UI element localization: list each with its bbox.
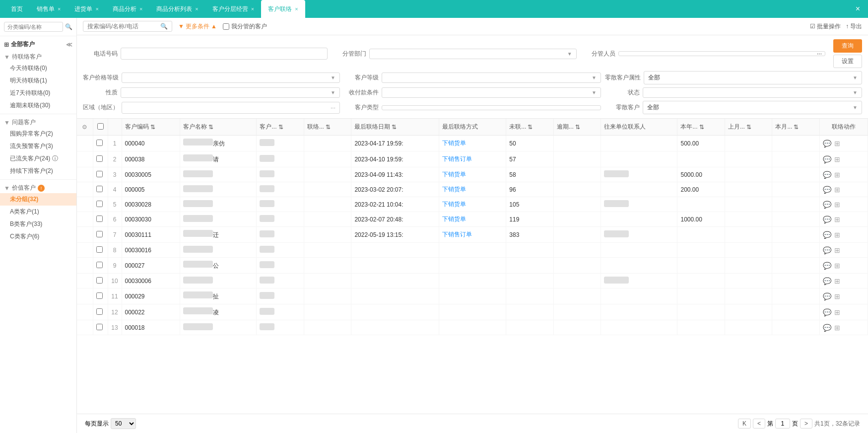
tab-home[interactable]: 首页 bbox=[4, 0, 30, 18]
col-settings[interactable]: ⚙ bbox=[77, 119, 93, 136]
col-overdue[interactable]: 逾期...⇅ bbox=[553, 119, 601, 136]
action-chat-icon[interactable]: 💬 bbox=[823, 308, 831, 316]
search-input[interactable] bbox=[87, 23, 160, 30]
action-grid-icon[interactable]: ⊞ bbox=[834, 246, 840, 254]
action-grid-icon[interactable]: ⊞ bbox=[834, 216, 840, 223]
action-chat-icon[interactable]: 💬 bbox=[823, 262, 831, 270]
action-grid-icon[interactable]: ⊞ bbox=[834, 171, 840, 179]
goods-analysis-list-tab-close[interactable]: × bbox=[195, 6, 198, 12]
row-checkbox[interactable] bbox=[96, 277, 103, 284]
sidebar-item-ungrouped[interactable]: 未分组(32) bbox=[0, 193, 76, 206]
batch-op-btn[interactable]: ☑ 批量操作 bbox=[810, 22, 841, 31]
row-checkbox[interactable] bbox=[96, 186, 103, 192]
col-last-contact-date[interactable]: 最后联络日期⇅ bbox=[351, 119, 439, 136]
tab-customer-contact[interactable]: 客户联络 × bbox=[261, 0, 305, 18]
contact-method-link[interactable]: 下销售订单 bbox=[442, 231, 472, 238]
sidebar-item-overdue[interactable]: 逾期未联络(30) bbox=[0, 99, 76, 112]
action-grid-icon[interactable]: ⊞ bbox=[834, 186, 840, 194]
field-price-tier-select[interactable]: ▼ bbox=[122, 72, 340, 83]
action-chat-icon[interactable]: 💬 bbox=[823, 246, 831, 254]
reset-button[interactable]: 设置 bbox=[833, 55, 862, 68]
field-region-select[interactable]: ··· bbox=[122, 102, 340, 114]
sidebar-item-tomorrow[interactable]: 明天待联络(1) bbox=[0, 74, 76, 87]
contact-method-link[interactable]: 下销货单 bbox=[442, 216, 466, 222]
more-conditions-btn[interactable]: ▼ 更多条件 ▲ bbox=[178, 22, 217, 31]
my-customers-checkbox[interactable] bbox=[223, 23, 229, 30]
col-this-year[interactable]: 本年...⇅ bbox=[677, 119, 725, 136]
action-grid-icon[interactable]: ⊞ bbox=[834, 262, 840, 270]
field-retail-attr-select[interactable]: 全部 ▼ bbox=[644, 71, 862, 84]
col-last-month[interactable]: 上月...⇅ bbox=[725, 119, 772, 136]
goods-analysis-tab-close[interactable]: × bbox=[139, 6, 142, 12]
search-button-icon[interactable]: 🔍 bbox=[160, 23, 168, 30]
group-value-customers[interactable]: ▼ 价值客户 ! bbox=[0, 182, 76, 193]
row-checkbox[interactable] bbox=[96, 201, 103, 207]
row-checkbox[interactable] bbox=[96, 262, 103, 268]
action-chat-icon[interactable]: 💬 bbox=[823, 231, 831, 239]
my-customers-checkbox-wrap[interactable]: 我分管的客户 bbox=[223, 22, 267, 31]
sidebar-item-loss-warning[interactable]: 流失预警客户(3) bbox=[0, 140, 76, 152]
action-chat-icon[interactable]: 💬 bbox=[823, 140, 831, 147]
row-checkbox[interactable] bbox=[96, 231, 103, 237]
row-checkbox[interactable] bbox=[96, 155, 103, 162]
col-no-contact[interactable]: 未联...⇅ bbox=[506, 119, 553, 136]
customer-contact-tab-close[interactable]: × bbox=[295, 6, 298, 12]
all-customers-title[interactable]: ⊞ 全部客户 ≪ bbox=[0, 36, 76, 51]
field-nature-select[interactable]: ▼ bbox=[121, 87, 340, 98]
field-payment-select[interactable]: ▼ bbox=[382, 87, 601, 98]
tab-goods-analysis-list[interactable]: 商品分析列表 × bbox=[149, 0, 205, 18]
export-btn[interactable]: ↑ 导出 bbox=[846, 22, 862, 31]
next-page-btn[interactable]: > bbox=[800, 419, 812, 429]
first-page-btn[interactable]: K bbox=[738, 419, 751, 429]
contact-method-link[interactable]: 下销货单 bbox=[442, 186, 466, 193]
row-checkbox[interactable] bbox=[96, 308, 103, 315]
row-checkbox[interactable] bbox=[96, 292, 103, 299]
tab-sales[interactable]: 销售单 × bbox=[30, 0, 67, 18]
row-checkbox[interactable] bbox=[96, 324, 103, 330]
sidebar-search-input[interactable] bbox=[4, 22, 63, 32]
row-checkbox[interactable] bbox=[96, 246, 103, 253]
sidebar-item-a-class[interactable]: A类客户(1) bbox=[0, 206, 76, 218]
row-checkbox[interactable] bbox=[96, 140, 103, 146]
group-problem-customers[interactable]: ▼ 问题客户 bbox=[0, 116, 76, 128]
col-contact[interactable]: 联络...⇅ bbox=[304, 119, 351, 136]
field-phone-input[interactable] bbox=[121, 48, 328, 60]
page-size-select[interactable]: 50 100 200 bbox=[111, 418, 136, 429]
action-grid-icon[interactable]: ⊞ bbox=[834, 140, 840, 147]
field-dept-select[interactable]: ▼ bbox=[369, 49, 576, 59]
action-grid-icon[interactable]: ⊞ bbox=[834, 277, 840, 285]
col-customer-code[interactable]: 客户编码⇅ bbox=[122, 119, 180, 136]
field-customer-tier-select[interactable]: ▼ bbox=[382, 72, 601, 83]
row-checkbox[interactable] bbox=[96, 171, 103, 177]
tab-customer-tier[interactable]: 客户分层经营 × bbox=[205, 0, 261, 18]
sidebar-search-icon[interactable]: 🔍 bbox=[65, 23, 72, 30]
sidebar-item-declining[interactable]: 持续下滑客户(2) bbox=[0, 165, 76, 177]
gear-icon[interactable]: ⚙ bbox=[80, 124, 90, 131]
action-grid-icon[interactable]: ⊞ bbox=[834, 292, 840, 300]
field-status-select[interactable]: ▼ bbox=[643, 87, 862, 98]
action-grid-icon[interactable]: ⊞ bbox=[834, 201, 840, 209]
tab-purchase[interactable]: 进货单 × bbox=[67, 0, 105, 18]
action-grid-icon[interactable]: ⊞ bbox=[834, 155, 840, 163]
page-number-input[interactable] bbox=[775, 419, 790, 429]
field-manager-select[interactable]: ··· bbox=[618, 51, 825, 56]
field-customer-type-select[interactable] bbox=[382, 105, 601, 110]
action-chat-icon[interactable]: 💬 bbox=[823, 155, 831, 163]
action-grid-icon[interactable]: ⊞ bbox=[834, 231, 840, 239]
action-chat-icon[interactable]: 💬 bbox=[823, 292, 831, 300]
contact-method-link[interactable]: 下销售订单 bbox=[442, 155, 472, 162]
close-all-button[interactable]: × bbox=[852, 4, 864, 13]
action-chat-icon[interactable]: 💬 bbox=[823, 324, 831, 332]
action-chat-icon[interactable]: 💬 bbox=[823, 186, 831, 194]
purchase-tab-close[interactable]: × bbox=[95, 6, 98, 12]
sidebar-item-b-class[interactable]: B类客户(33) bbox=[0, 218, 76, 230]
sidebar-item-c-class[interactable]: C类客户(6) bbox=[0, 230, 76, 243]
sidebar-collapse-btn[interactable]: ≪ bbox=[66, 41, 72, 48]
sidebar-item-7days[interactable]: 近7天待联络(0) bbox=[0, 87, 76, 99]
customer-tier-tab-close[interactable]: × bbox=[251, 6, 254, 12]
action-chat-icon[interactable]: 💬 bbox=[823, 216, 831, 223]
query-button[interactable]: 查询 bbox=[833, 39, 862, 53]
contact-method-link[interactable]: 下销货单 bbox=[442, 171, 466, 178]
group-pending-contact[interactable]: ▼ 待联络客户 bbox=[0, 51, 76, 62]
tab-goods-analysis[interactable]: 商品分析 × bbox=[106, 0, 149, 18]
